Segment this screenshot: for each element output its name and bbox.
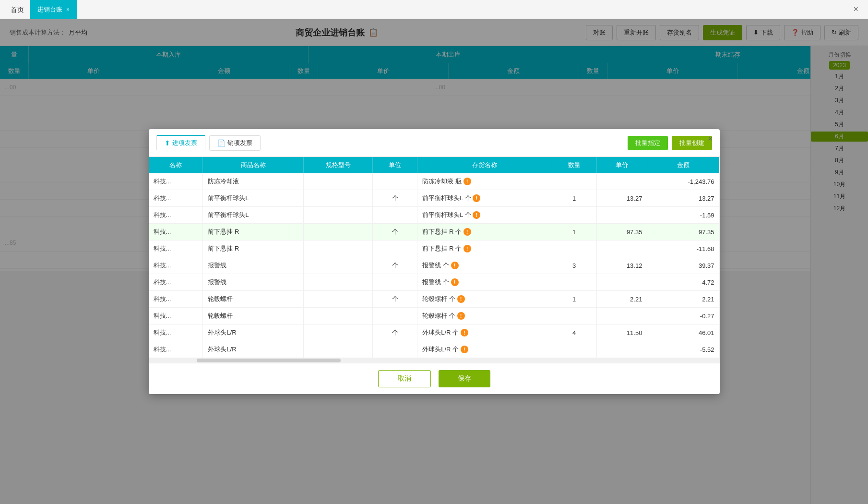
table-row[interactable]: 科技...前平衡杆球头L个前平衡杆球头L 个 !113.2713.27 xyxy=(149,190,720,207)
cell-stock: 防冻冷却液 瓶 ! xyxy=(417,173,552,190)
modal-table-wrapper: 名称 商品名称 规格型号 单位 存货名称 数量 单价 金额 科技...防冻冷却液… xyxy=(149,157,720,358)
cell-qty xyxy=(552,240,596,257)
cell-qty xyxy=(552,173,596,190)
cell-unit: 个 xyxy=(373,190,417,207)
horizontal-scrollbar[interactable] xyxy=(149,358,720,363)
cell-price: 11.50 xyxy=(596,324,647,341)
cell-product: 前下悬挂 R xyxy=(203,224,304,240)
tab-in-label: 进项发票 xyxy=(172,139,197,147)
cell-stock: 轮毂螺杆 个 ! xyxy=(417,308,552,324)
table-row[interactable]: 科技...前平衡杆球头L前平衡杆球头L 个 !-1.59 xyxy=(149,207,720,224)
cell-stock: 报警线 个 ! xyxy=(417,257,552,274)
col-header-price: 单价 xyxy=(596,157,647,173)
tab-in-invoice[interactable]: ⬆ 进项发票 xyxy=(156,135,205,151)
cell-spec xyxy=(304,257,373,274)
cell-stock: 报警线 个 ! xyxy=(417,274,552,291)
cell-qty xyxy=(552,274,596,291)
tab-in-icon: ⬆ xyxy=(165,139,170,147)
cell-name: 科技... xyxy=(149,257,203,274)
cell-name: 科技... xyxy=(149,190,203,207)
table-row[interactable]: 科技...报警线报警线 个 !-4.72 xyxy=(149,274,720,291)
cell-product: 外球头L/R xyxy=(203,341,304,358)
cell-unit xyxy=(373,240,417,257)
cell-stock: 外球头L/R 个 ! xyxy=(417,341,552,358)
cell-amount: 2.21 xyxy=(647,291,719,308)
cell-spec xyxy=(304,341,373,358)
table-row[interactable]: 科技...报警线个报警线 个 !313.1239.37 xyxy=(149,257,720,274)
modal-table-body: 科技...防冻冷却液防冻冷却液 瓶 !-1,243.76科技...前平衡杆球头L… xyxy=(149,173,720,358)
cell-spec xyxy=(304,173,373,190)
scrollbar-thumb[interactable] xyxy=(197,359,341,362)
cell-unit xyxy=(373,341,417,358)
cell-product: 报警线 xyxy=(203,274,304,291)
modal-table: 名称 商品名称 规格型号 单位 存货名称 数量 单价 金额 科技...防冻冷却液… xyxy=(149,157,720,358)
cell-amount: -11.68 xyxy=(647,240,719,257)
cell-qty xyxy=(552,308,596,324)
batch-assign-button[interactable]: 批量指定 xyxy=(628,136,668,150)
cell-product: 报警线 xyxy=(203,257,304,274)
cell-amount: -4.72 xyxy=(647,274,719,291)
cell-spec xyxy=(304,274,373,291)
col-header-amount: 金额 xyxy=(647,157,719,173)
tab-out-invoice[interactable]: 📄 销项发票 xyxy=(209,135,261,151)
warn-icon: ! xyxy=(473,211,480,219)
table-row[interactable]: 科技...防冻冷却液防冻冷却液 瓶 !-1,243.76 xyxy=(149,173,720,190)
cell-product: 前平衡杆球头L xyxy=(203,207,304,224)
warn-icon: ! xyxy=(451,262,459,269)
modal-overlay: ⬆ 进项发票 📄 销项发票 批量指定 批量创建 × 名 xyxy=(0,19,868,504)
cell-unit xyxy=(373,207,417,224)
cell-spec xyxy=(304,308,373,324)
cell-qty xyxy=(552,207,596,224)
cell-unit xyxy=(373,173,417,190)
table-row[interactable]: 科技...轮毂螺杆轮毂螺杆 个 !-0.27 xyxy=(149,308,720,324)
warn-icon: ! xyxy=(457,312,465,320)
table-row[interactable]: 科技...外球头L/R外球头L/R 个 !-5.52 xyxy=(149,341,720,358)
tab-close-icon[interactable]: × xyxy=(66,0,70,19)
cell-stock: 前下悬挂 R 个 ! xyxy=(417,224,552,240)
table-row[interactable]: 科技...前下悬挂 R前下悬挂 R 个 !-11.68 xyxy=(149,240,720,257)
cell-stock: 前平衡杆球头L 个 ! xyxy=(417,190,552,207)
main-area: 销售成本计算方法： 月平均 商贸企业进销台账 📋 对账 重新开账 存货别名 生成… xyxy=(0,19,868,504)
table-row[interactable]: 科技...前下悬挂 R个前下悬挂 R 个 !197.3597.35 xyxy=(149,224,720,240)
cell-spec xyxy=(304,240,373,257)
modal-close-button[interactable]: × xyxy=(708,134,713,144)
cell-amount: -1,243.76 xyxy=(647,173,719,190)
cell-amount: 39.37 xyxy=(647,257,719,274)
cell-unit: 个 xyxy=(373,257,417,274)
warn-icon: ! xyxy=(464,245,471,252)
table-row[interactable]: 科技...轮毂螺杆个轮毂螺杆 个 !12.212.21 xyxy=(149,291,720,308)
cell-spec xyxy=(304,207,373,224)
cell-spec xyxy=(304,224,373,240)
modal-table-head: 名称 商品名称 规格型号 单位 存货名称 数量 单价 金额 xyxy=(149,157,720,173)
cancel-button[interactable]: 取消 xyxy=(378,370,431,387)
col-header-name: 名称 xyxy=(149,157,203,173)
col-header-unit: 单位 xyxy=(373,157,417,173)
cell-product: 外球头L/R xyxy=(203,324,304,341)
cell-product: 轮毂螺杆 xyxy=(203,308,304,324)
cell-price xyxy=(596,240,647,257)
modal-header-buttons: 批量指定 批量创建 xyxy=(628,136,712,150)
cell-name: 科技... xyxy=(149,240,203,257)
col-header-qty: 数量 xyxy=(552,157,596,173)
cell-amount: -1.59 xyxy=(647,207,719,224)
batch-create-button[interactable]: 批量创建 xyxy=(672,136,712,150)
active-tab: 进销台账 × xyxy=(30,0,77,19)
cell-name: 科技... xyxy=(149,324,203,341)
cell-amount: -0.27 xyxy=(647,308,719,324)
cell-name: 科技... xyxy=(149,274,203,291)
cell-unit: 个 xyxy=(373,224,417,240)
cell-spec xyxy=(304,190,373,207)
save-button[interactable]: 保存 xyxy=(439,370,490,387)
cell-price xyxy=(596,274,647,291)
table-row[interactable]: 科技...外球头L/R个外球头L/R 个 !411.5046.01 xyxy=(149,324,720,341)
cell-price: 13.27 xyxy=(596,190,647,207)
cell-stock: 轮毂螺杆 个 ! xyxy=(417,291,552,308)
cell-price xyxy=(596,207,647,224)
cell-price xyxy=(596,173,647,190)
cell-name: 科技... xyxy=(149,173,203,190)
window-close-icon[interactable]: × xyxy=(848,4,863,14)
cell-amount: -5.52 xyxy=(647,341,719,358)
home-tab[interactable]: 首页 xyxy=(5,0,30,19)
cell-qty: 1 xyxy=(552,224,596,240)
cell-price xyxy=(596,341,647,358)
